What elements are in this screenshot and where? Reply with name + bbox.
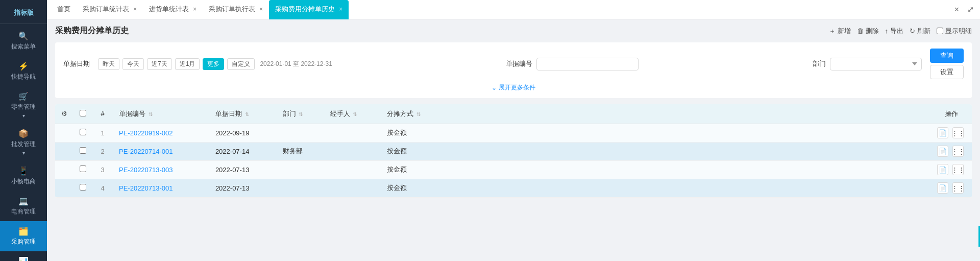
sidebar-item-retail[interactable]: 🛒 零售管理 ▾ xyxy=(0,86,47,124)
settings-button[interactable]: 设置 xyxy=(930,65,964,79)
handler-col-header[interactable]: 经手人 ⇅ xyxy=(324,104,381,124)
last1month-btn[interactable]: 近1月 xyxy=(175,58,200,70)
retail-icon: 🛒 xyxy=(18,91,29,101)
doc-no-col-header[interactable]: 单据编号 ⇅ xyxy=(113,104,209,124)
row-doc-no: PE-20220713-003 xyxy=(113,160,209,179)
sort-icon: ⇅ xyxy=(299,111,303,117)
ops-cell: 📄 ⋮⋮ xyxy=(937,182,966,194)
sidebar-item-search[interactable]: 🔍 搜索菜单 xyxy=(0,26,47,56)
row-handler xyxy=(324,179,381,197)
export-label: 导出 xyxy=(890,27,903,36)
sidebar-item-purchase[interactable]: 🗂️ 采购管理 xyxy=(0,221,47,251)
maximize-window-button[interactable]: ⤢ xyxy=(965,4,976,15)
sidebar-item-mini[interactable]: 📱 小畅电商 xyxy=(0,161,47,191)
row-checkbox[interactable] xyxy=(80,129,86,135)
close-icon[interactable]: × xyxy=(133,6,137,13)
mini-icon: 📱 xyxy=(18,166,29,176)
filter-dates: 昨天 今天 近7天 近1月 更多 自定义 2022-01-01 至 2022-1… xyxy=(98,58,332,70)
purchase-icon: 🗂️ xyxy=(18,226,29,236)
delete-button[interactable]: 🗑 删除 xyxy=(857,27,879,36)
sort-icon: ⇅ xyxy=(245,111,249,117)
dept-select[interactable] xyxy=(830,58,922,70)
header-actions: ＋ 新增 🗑 删除 ↑ 导出 ↻ 刷新 显示明细 xyxy=(829,27,972,36)
row-handler xyxy=(324,124,381,142)
custom-btn[interactable]: 自定义 xyxy=(227,58,255,70)
refresh-button[interactable]: ↻ 刷新 xyxy=(910,27,930,36)
ops-cell: 📄 ⋮⋮ xyxy=(937,127,966,138)
row-split-method: 按金额 xyxy=(381,124,931,142)
edit-button[interactable]: 📄 xyxy=(937,146,948,157)
tab-purchase-order-stats[interactable]: 采购订单统计表 × xyxy=(77,0,143,19)
today-btn[interactable]: 今天 xyxy=(122,58,144,70)
split-method-col-header[interactable]: 分摊方式 ⇅ xyxy=(381,104,931,124)
split-method-col-label: 分摊方式 xyxy=(387,110,413,117)
filter-area: 单据日期 昨天 今天 近7天 近1月 更多 自定义 2022-01-01 至 2… xyxy=(55,42,972,98)
more-button[interactable]: ⋮⋮ xyxy=(952,146,964,157)
more-button[interactable]: ⋮⋮ xyxy=(952,127,964,138)
ops-cell: 📄 ⋮⋮ xyxy=(937,164,966,175)
sidebar-item-ecommerce[interactable]: 💻 电商管理 xyxy=(0,191,47,221)
filter-row: 单据日期 昨天 今天 近7天 近1月 更多 自定义 2022-01-01 至 2… xyxy=(63,49,964,79)
yesterday-btn[interactable]: 昨天 xyxy=(98,58,119,70)
sidebar-item-label: 零售管理 xyxy=(11,103,36,111)
sidebar-item-label: 快捷导航 xyxy=(11,73,36,81)
sidebar-item-shortcuts[interactable]: ⚡ 快捷导航 xyxy=(0,56,47,86)
row-dept xyxy=(277,179,324,197)
sort-icon: ⇅ xyxy=(416,111,421,117)
row-checkbox[interactable] xyxy=(80,184,86,191)
tab-home[interactable]: 首页 xyxy=(51,0,77,19)
edit-button[interactable]: 📄 xyxy=(937,164,948,175)
show-cols-checkbox[interactable]: 显示明细 xyxy=(937,27,972,36)
export-button[interactable]: ↑ 导出 xyxy=(885,27,904,36)
edit-button[interactable]: 📄 xyxy=(937,127,948,138)
tab-purchase-cost-history[interactable]: 采购费用分摊单历史 × xyxy=(269,0,349,19)
sidebar-item-inventory[interactable]: 📊 库存核算 xyxy=(0,251,47,261)
query-button[interactable]: 查询 xyxy=(930,49,964,63)
close-icon[interactable]: × xyxy=(259,6,263,13)
handler-col-label: 经手人 xyxy=(330,110,350,117)
tab-purchase-order-exec[interactable]: 采购订单执行表 × xyxy=(203,0,269,19)
close-icon[interactable]: × xyxy=(193,6,197,13)
edit-button[interactable]: 📄 xyxy=(937,182,948,194)
row-handler xyxy=(324,160,381,179)
sidebar-item-wholesale[interactable]: 📦 批发管理 ▾ xyxy=(0,124,47,161)
expand-more-button[interactable]: ⌄ 展开更多条件 xyxy=(63,83,964,92)
doc-no-link[interactable]: PE-20220713-001 xyxy=(119,184,173,192)
more-button[interactable]: ⋮⋮ xyxy=(952,164,964,175)
checkbox-col-header[interactable] xyxy=(74,104,92,124)
close-window-button[interactable]: × xyxy=(952,4,961,15)
inventory-icon: 📊 xyxy=(18,256,29,261)
row-checkbox-cell xyxy=(74,179,92,197)
tab-purchase-in-stats[interactable]: 进货单统计表 × xyxy=(143,0,203,19)
doc-no-link[interactable]: PE-20220919-002 xyxy=(119,129,173,137)
row-settings xyxy=(55,142,74,160)
row-checkbox-cell xyxy=(74,160,92,179)
doc-date-col-header[interactable]: 单据日期 ⇅ xyxy=(209,104,277,124)
row-split-method: 按金额 xyxy=(381,160,931,179)
expand-more-label: 展开更多条件 xyxy=(499,83,535,92)
page-header: 采购费用分摊单历史 ＋ 新增 🗑 删除 ↑ 导出 ↻ 刷新 xyxy=(55,26,972,36)
select-all-checkbox[interactable] xyxy=(80,110,86,116)
date-range-display: 2022-01-01 至 2022-12-31 xyxy=(260,60,332,68)
show-cols-label: 显示明细 xyxy=(945,27,972,36)
doc-no-link[interactable]: PE-20220713-003 xyxy=(119,166,173,174)
row-dept xyxy=(277,160,324,179)
close-icon[interactable]: × xyxy=(339,6,342,13)
row-checkbox[interactable] xyxy=(80,165,86,172)
last7days-btn[interactable]: 近7天 xyxy=(147,58,172,70)
more-btn[interactable]: 更多 xyxy=(203,58,224,70)
show-cols-input[interactable] xyxy=(937,28,943,34)
add-button[interactable]: ＋ 新增 xyxy=(829,27,851,36)
row-num: 1 xyxy=(92,124,113,142)
ops-cell: 📄 ⋮⋮ xyxy=(937,146,966,157)
more-button[interactable]: ⋮⋮ xyxy=(952,182,964,194)
date-label: 单据日期 xyxy=(63,59,90,68)
dept-col-header[interactable]: 部门 ⇅ xyxy=(277,104,324,124)
settings-col-header[interactable]: ⚙ xyxy=(55,104,74,124)
row-checkbox[interactable] xyxy=(80,147,86,154)
row-doc-date: 2022-07-14 xyxy=(209,142,277,160)
doc-no-link[interactable]: PE-20220714-001 xyxy=(119,148,173,155)
add-label: 新增 xyxy=(838,27,851,36)
doc-no-input[interactable] xyxy=(536,58,639,70)
sidebar-item-label: 小畅电商 xyxy=(11,177,36,186)
